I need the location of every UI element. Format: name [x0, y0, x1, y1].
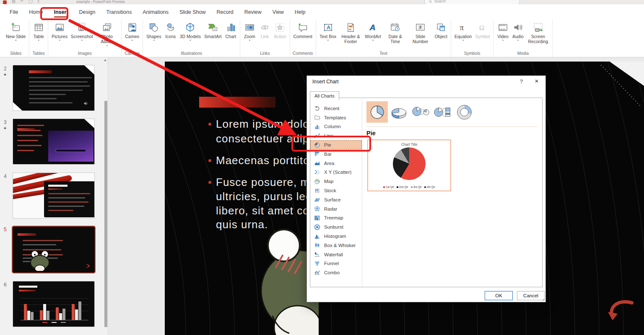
menu-tab-slide-show[interactable]: Slide Show [174, 5, 211, 19]
chart-type-surface[interactable]: Surface [310, 195, 362, 204]
frog-eye [268, 229, 300, 261]
chart-legend: 1st Qtr2nd Qtr3rd Qtr4th Qtr [368, 186, 450, 188]
ribbon-group-symbols: πEquation▾ΩSymbolSymbols [451, 20, 493, 57]
panel-scrollbar[interactable] [104, 101, 107, 327]
video-icon [497, 22, 509, 33]
dropdown-chevron-icon: ▾ [180, 39, 201, 42]
scroll-up-arrow[interactable]: ▲ [104, 58, 107, 62]
dropdown-chevron-icon: ▾ [365, 39, 381, 42]
animation-star-icon: ★ [3, 126, 7, 130]
dialog-help-button[interactable]: ? [520, 78, 523, 85]
slide-thumbnail-5[interactable] [12, 226, 96, 273]
ribbon-button-zoom[interactable]: Zoom▾ [242, 21, 257, 43]
subtype-doughnut[interactable] [454, 101, 475, 123]
chart-type-histogram[interactable]: Histogram [310, 232, 362, 241]
red-swoosh-arrow[interactable] [608, 299, 634, 322]
chart-type-label: Stock [324, 188, 336, 193]
undo-icon[interactable]: ↶ [20, 0, 23, 3]
slide-thumbnail-2[interactable] [13, 65, 95, 111]
chart-type-label: Recent [324, 106, 339, 111]
save-icon[interactable]: ▤ [12, 0, 16, 3]
slide-text-line: ultricies, purus lectu [216, 190, 322, 203]
chart-type-treemap[interactable]: Treemap [310, 214, 362, 223]
ribbon-button-slide-number[interactable]: #Slide Number [408, 21, 433, 45]
ribbon-button-screen-recording[interactable]: Screen Recording [525, 21, 551, 45]
menu-tab-insert[interactable]: Insert [49, 5, 74, 19]
menu-tab-file[interactable]: File [4, 5, 23, 19]
ribbon-button-wordart[interactable]: AWordArt▾ [363, 21, 382, 43]
chart-type-area[interactable]: Area [310, 159, 362, 168]
slide-thumbnail-3[interactable] [13, 119, 95, 165]
chart-type-waterfall[interactable]: Waterfall [310, 250, 362, 259]
dropdown-chevron-icon: ▾ [512, 39, 524, 42]
ribbon-button-shapes[interactable]: Shapes▾ [145, 21, 163, 43]
ribbon-button-smartart[interactable]: SmartArt [203, 21, 223, 40]
menu-tab-transitions[interactable]: Transitions [101, 5, 137, 19]
dropdown-chevron-icon: ▾ [71, 39, 93, 42]
ribbon-button-table[interactable]: Table▾ [31, 21, 46, 43]
chart-type-radar[interactable]: Radar [310, 204, 362, 214]
slide-thumbnail-6[interactable] [13, 281, 95, 327]
ribbon-button-new-slide[interactable]: New Slide▾ [4, 21, 27, 43]
menu-tab-animations[interactable]: Animations [137, 5, 174, 19]
menu-tab-help[interactable]: Help [289, 5, 311, 19]
ribbon-button-3d-models[interactable]: 3D Models▾ [178, 21, 203, 43]
subtype-pie-of-pie[interactable] [410, 101, 431, 123]
ribbon-button-comment[interactable]: Comment [292, 21, 314, 40]
ribbon-button-equation[interactable]: πEquation▾ [453, 21, 473, 43]
all-charts-tab[interactable]: All Charts [310, 91, 339, 100]
ribbon-button-icons[interactable]: Icons [163, 21, 178, 40]
menu-tab-view[interactable]: View [267, 5, 289, 19]
ribbon-button-screenshot[interactable]: Screenshot▾ [69, 21, 94, 43]
chart-type-sunburst[interactable]: Sunburst [310, 222, 362, 232]
new-slide-icon [10, 22, 21, 33]
ribbon-button-video[interactable]: Video▾ [495, 21, 510, 43]
ribbon-button-chart[interactable]: Chart [223, 21, 238, 40]
ok-button[interactable]: OK [485, 291, 513, 300]
table-icon [33, 22, 44, 33]
chart-type-column[interactable]: Column [310, 122, 362, 131]
chart-preview-frame[interactable]: Chart Title 1st Qtr2nd Qtr3rd Qtr4th Qtr [367, 139, 451, 191]
chart-type-x-y-scatter[interactable]: X Y (Scatter) [310, 168, 362, 177]
ribbon-button-photo-album[interactable]: Photo Album▾ [94, 21, 119, 48]
menu-tab-record[interactable]: Record [211, 5, 239, 19]
subtype-pie[interactable] [366, 101, 388, 123]
ribbon-button-audio[interactable]: Audio▾ [510, 21, 525, 43]
ribbon-button-text-box[interactable]: AText Box▾ [318, 21, 338, 43]
subtype-pie-3d[interactable] [388, 101, 410, 123]
slide-thumbnail-4[interactable] [13, 173, 95, 219]
ribbon-button-cameo[interactable]: PCameo▾ [123, 21, 141, 43]
chart-type-pie[interactable]: Pie [310, 140, 362, 149]
chart-type-box-whisker[interactable]: Box & Whisker [310, 241, 362, 250]
ribbon-button-date-time[interactable]: Date & Time [383, 21, 408, 45]
menu-tab-review[interactable]: Review [239, 5, 267, 19]
aippt-image [48, 131, 93, 162]
upload-icon[interactable]: ↥ [37, 0, 40, 3]
chart-type-recent[interactable]: Recent [310, 104, 362, 113]
chart-type-combo[interactable]: Combo [310, 268, 362, 277]
subtype-bar-of-pie[interactable] [432, 101, 453, 123]
resize-grip[interactable]: ◢ [542, 297, 545, 301]
chart-type-funnel[interactable]: Funnel [310, 259, 362, 268]
legend-marker [397, 186, 398, 188]
chart-type-stock[interactable]: Stock [310, 186, 362, 195]
slide-title-accent-bar[interactable] [199, 97, 275, 108]
animation-star-icon: ★ [3, 72, 7, 77]
chart-type-label: Pie [324, 142, 331, 147]
chart-type-map[interactable]: Map [310, 177, 362, 186]
ribbon-button-object[interactable]: Object [433, 21, 449, 40]
menu-tab-design[interactable]: Design [74, 5, 101, 19]
ribbon-group-label: Camera [125, 50, 140, 57]
chart-type-bar[interactable]: Bar [310, 149, 362, 159]
dialog-close-button[interactable]: ✕ [535, 78, 539, 84]
menu-tab-home[interactable]: Home [23, 5, 48, 19]
ribbon-button-pictures[interactable]: Pictures▾ [50, 21, 69, 43]
slide-thumbnail-panel: ▲ 2★ 3★ 4 5 6 [0, 57, 108, 335]
object-icon [435, 22, 447, 33]
chart-type-line[interactable]: Line [310, 131, 362, 140]
cancel-button[interactable]: Cancel [517, 291, 545, 300]
chart-type-templates[interactable]: Templates [310, 113, 362, 122]
ribbon-button-header-footer[interactable]: Header & Footer [338, 21, 363, 45]
svg-text:Ω: Ω [479, 24, 485, 32]
redo-icon[interactable]: ◯ [29, 0, 33, 3]
